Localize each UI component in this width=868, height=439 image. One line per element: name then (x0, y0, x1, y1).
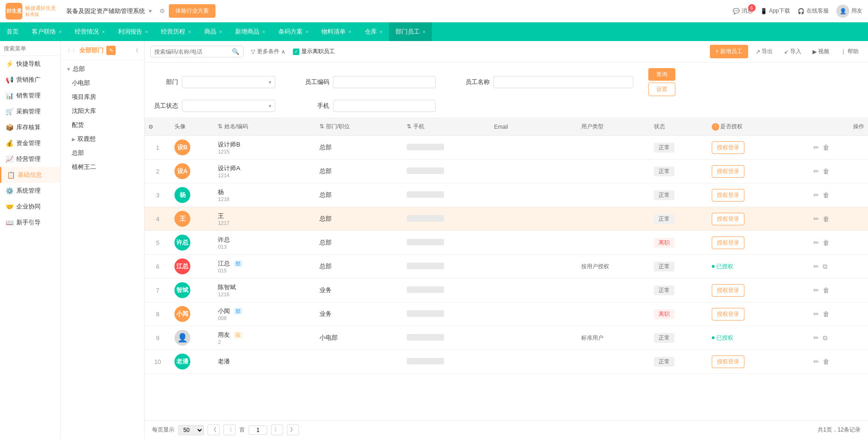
import-button[interactable]: ↙ 导入 (780, 46, 805, 57)
nav-tab-barcode[interactable]: 条码方案 × (272, 22, 315, 41)
sidebar-item-purchase[interactable]: 🛒 采购管理 (0, 104, 60, 119)
emp-code-input[interactable] (333, 76, 436, 88)
delete-icon[interactable]: 🗑 (823, 215, 829, 223)
nav-tab-bom[interactable]: 物料清单 × (315, 22, 358, 41)
dept-edit-icon[interactable]: ✎ (106, 46, 116, 55)
last-page-button[interactable]: 》 (287, 425, 299, 435)
edit-icon[interactable]: ✏ (813, 286, 819, 294)
search-icon[interactable]: 🔍 (232, 48, 239, 55)
trial-button[interactable]: 体验行业方案 (169, 4, 215, 18)
dept-node-zongbu[interactable]: 总部 (61, 146, 144, 160)
delete-icon[interactable]: 🗑 (823, 167, 829, 175)
close-operation-tab[interactable]: × (102, 29, 104, 35)
edit-icon[interactable]: ✏ (813, 191, 819, 199)
online-service-button[interactable]: 🎧 在线客服 (798, 7, 829, 15)
phone-input[interactable] (333, 100, 436, 112)
dept-node-shuanglu[interactable]: ▶ 双鹿想 (61, 132, 144, 146)
settings-icon[interactable]: ⚙ (148, 124, 153, 130)
close-client-tab[interactable]: × (59, 29, 62, 35)
edit-icon[interactable]: ✏ (813, 263, 819, 271)
page-input[interactable] (249, 425, 267, 435)
auth-button[interactable]: 授权登录 (712, 189, 744, 202)
edit-icon[interactable]: ✏ (813, 144, 819, 151)
nav-tab-history[interactable]: 经营历程 × (154, 22, 197, 41)
edit-icon[interactable]: ✏ (813, 239, 819, 246)
gear-icon[interactable]: ⚙ (160, 7, 165, 14)
show-resigned-toggle[interactable]: ✓ 显示离职员工 (293, 48, 335, 56)
nav-tab-dept-staff[interactable]: 部门员工 × (389, 22, 432, 41)
emp-name-input[interactable] (493, 76, 633, 88)
close-new-goods-tab[interactable]: × (262, 29, 265, 35)
sidebar-item-quicknav[interactable]: ⚡ 快捷导航 (0, 56, 60, 72)
more-conditions-btn[interactable]: ▽ 更多条件 ∧ (247, 46, 289, 57)
sidebar-item-inventory[interactable]: 📦 库存核算 (0, 119, 60, 135)
user-area[interactable]: 👤 用友 (836, 5, 862, 18)
auth-button[interactable]: 授权登录 (712, 237, 744, 249)
delete-icon[interactable]: 🗑 (823, 144, 829, 151)
sidebar-item-business[interactable]: 📈 经营管理 (0, 151, 60, 167)
col-dept-pos[interactable]: ⇅ 部门/职位 (316, 118, 403, 136)
dept-select[interactable] (182, 76, 275, 88)
delete-icon[interactable]: 🗑 (823, 310, 829, 318)
query-button[interactable]: 查询 (648, 68, 675, 81)
close-dept-tab[interactable]: × (423, 29, 425, 35)
dept-node-xiangmuku[interactable]: 项目库房 (61, 90, 144, 104)
auth-button[interactable]: 授权登录 (712, 213, 744, 225)
dept-node-peihuo[interactable]: 配货 (61, 118, 144, 132)
dept-node-zongbu-root[interactable]: ▼ 总部 (61, 62, 144, 76)
dept-node-shenyang[interactable]: 沈阳大库 (61, 104, 144, 118)
first-page-button[interactable]: 《 (208, 425, 220, 435)
sidebar-item-sales[interactable]: 📊 销售管理 (0, 88, 60, 104)
edit-icon[interactable]: ✏ (813, 334, 819, 342)
sidebar-search-input[interactable] (4, 45, 61, 52)
edit-icon[interactable]: ✏ (813, 310, 819, 318)
nav-tab-new-goods[interactable]: 新增商品 × (229, 22, 271, 41)
dept-node-zhishu[interactable]: 植树王二 (61, 160, 144, 174)
col-phone[interactable]: ⇅ 手机 (403, 118, 490, 136)
sidebar-item-collab[interactable]: 🤝 企业协同 (0, 199, 60, 215)
export-button[interactable]: ↗ 导出 (752, 46, 777, 57)
message-button[interactable]: 💬 消息 6 (733, 7, 753, 15)
edit-icon[interactable]: ✏ (813, 358, 819, 365)
nav-tab-home[interactable]: 首页 (0, 22, 25, 41)
auth-button[interactable]: 授权登录 (712, 165, 744, 178)
sidebar-item-basic[interactable]: 📋 基础信息 (0, 167, 60, 183)
nav-tab-client[interactable]: 客户联络 × (25, 22, 68, 41)
edit-icon[interactable]: ✏ (813, 215, 819, 223)
sidebar-item-marketing[interactable]: 📢 营销推广 (0, 72, 60, 88)
prev-page-button[interactable]: 〈 (223, 425, 236, 435)
auth-button[interactable]: 授权登录 (712, 284, 744, 297)
delete-icon[interactable]: 🗑 (823, 286, 829, 294)
next-page-button[interactable]: 〉 (271, 425, 283, 435)
set-button[interactable]: 设置 (648, 83, 675, 96)
sidebar-item-finance[interactable]: 💰 资金管理 (0, 135, 60, 151)
delete-icon[interactable]: 🗑 (823, 358, 829, 365)
nav-tab-warehouse[interactable]: 仓库 × (358, 22, 389, 41)
auth-button[interactable]: 授权登录 (712, 308, 744, 321)
close-history-tab[interactable]: × (188, 29, 191, 35)
copy-icon[interactable]: ⧉ (823, 334, 827, 342)
delete-icon[interactable]: 🗑 (823, 239, 829, 246)
resigned-checkbox[interactable]: ✓ (293, 49, 299, 55)
sidebar-item-system[interactable]: ⚙️ 系统管理 (0, 183, 60, 199)
system-dropdown-arrow[interactable]: ▾ (149, 7, 152, 14)
close-goods-tab[interactable]: × (219, 29, 222, 35)
nav-tab-operation[interactable]: 经营情况 × (68, 22, 111, 41)
auth-button[interactable]: 授权登录 (712, 355, 744, 368)
help-button[interactable]: ｜ 帮助 (837, 46, 862, 57)
auth-button[interactable]: 授权登录 (712, 141, 744, 154)
app-download-button[interactable]: 📱 App下载 (760, 7, 790, 15)
close-bom-tab[interactable]: × (348, 29, 351, 35)
col-name-code[interactable]: ⇅ 姓名/编码 (214, 118, 316, 136)
nav-tab-goods[interactable]: 商品 × (198, 22, 229, 41)
add-employee-button[interactable]: + 新增员工 (710, 45, 748, 58)
edit-icon[interactable]: ✏ (813, 167, 819, 175)
sidebar-item-guide[interactable]: 📖 新手引导 (0, 215, 60, 230)
emp-status-select[interactable] (182, 100, 275, 112)
per-page-select[interactable]: 50 20 100 (178, 425, 204, 435)
close-profit-tab[interactable]: × (145, 29, 148, 35)
close-barcode-tab[interactable]: × (306, 29, 308, 35)
dept-node-xiaodibu[interactable]: 小电部 (61, 76, 144, 90)
close-warehouse-tab[interactable]: × (380, 29, 382, 35)
copy-icon[interactable]: ⧉ (823, 263, 827, 271)
